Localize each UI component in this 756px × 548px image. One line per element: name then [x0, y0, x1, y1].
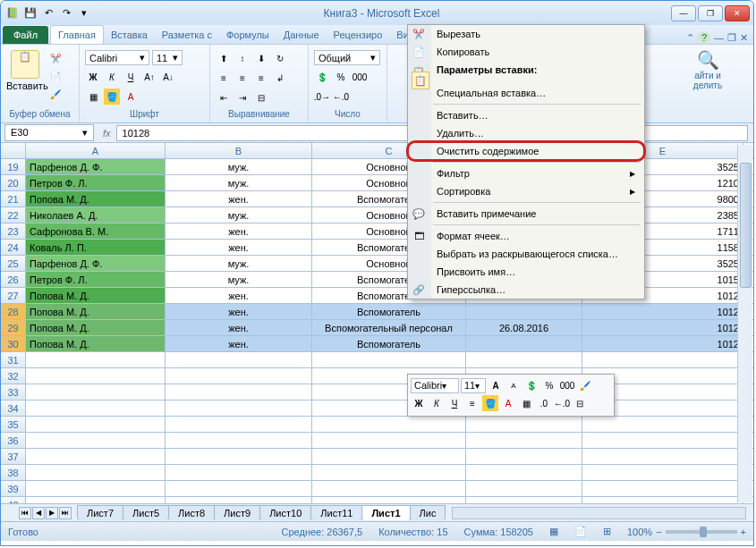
- tab-data[interactable]: Данные: [276, 26, 327, 44]
- cell[interactable]: [582, 497, 743, 503]
- cell[interactable]: муж.: [166, 256, 312, 271]
- copy-icon[interactable]: 📄: [47, 68, 64, 84]
- number-format-combo[interactable]: Общий▾: [314, 50, 380, 65]
- ctx-cut[interactable]: ✂️Вырезать: [408, 25, 644, 43]
- grow-font-button[interactable]: A↑: [141, 69, 157, 85]
- ctx-define-name[interactable]: Присвоить имя…: [408, 263, 644, 281]
- font-color-button[interactable]: A: [123, 89, 139, 105]
- cell[interactable]: [466, 352, 582, 367]
- cell[interactable]: [466, 497, 582, 503]
- file-tab[interactable]: Файл: [3, 26, 48, 44]
- underline-button[interactable]: Ч: [123, 69, 139, 85]
- mini-percent[interactable]: %: [541, 377, 557, 393]
- redo-icon[interactable]: ↷: [58, 5, 74, 21]
- row-header[interactable]: 22: [1, 207, 26, 223]
- ctx-sort[interactable]: Сортировка▶: [408, 182, 644, 200]
- cell[interactable]: [582, 433, 743, 448]
- cell[interactable]: Парфенов Д. Ф.: [26, 159, 166, 174]
- colhdr-A[interactable]: A: [26, 143, 166, 158]
- cell[interactable]: [166, 433, 312, 448]
- ctx-clear-contents[interactable]: Очистить содержимое: [408, 142, 644, 160]
- table-row[interactable]: 39: [1, 481, 753, 497]
- cell[interactable]: жен.: [166, 288, 312, 303]
- cell[interactable]: муж.: [166, 207, 312, 223]
- mini-fill-color[interactable]: 🪣: [482, 395, 498, 411]
- cell[interactable]: [466, 336, 582, 351]
- table-row[interactable]: 35: [1, 417, 753, 433]
- mini-shrink-font[interactable]: A: [505, 377, 522, 393]
- sheet-nav-prev-icon[interactable]: ◀: [32, 507, 45, 519]
- cell[interactable]: жен.: [166, 191, 312, 207]
- sheet-tab[interactable]: Лист5: [123, 505, 169, 520]
- mini-grow-font[interactable]: A: [488, 377, 504, 393]
- currency-button[interactable]: 💲: [314, 69, 330, 85]
- row-header[interactable]: 26: [1, 272, 26, 287]
- align-right-button[interactable]: ≡: [253, 70, 269, 86]
- mini-align-center[interactable]: ≡: [464, 395, 480, 411]
- cell[interactable]: [26, 368, 166, 384]
- cell[interactable]: [26, 352, 166, 367]
- dedent-button[interactable]: ⇤: [216, 89, 232, 105]
- cell[interactable]: 26.08.2016: [466, 320, 582, 335]
- view-layout-icon[interactable]: 📄: [574, 526, 587, 537]
- ctx-hyperlink[interactable]: 🔗Гиперссылка…: [408, 281, 644, 299]
- ctx-insert[interactable]: Вставить…: [408, 106, 644, 124]
- row-header[interactable]: 34: [1, 400, 26, 416]
- row-header[interactable]: 35: [1, 417, 26, 432]
- cell[interactable]: [166, 400, 312, 416]
- ctx-copy[interactable]: 📄Копировать: [408, 43, 644, 61]
- table-row[interactable]: 38: [1, 465, 753, 481]
- zoom-out-icon[interactable]: −: [656, 527, 661, 537]
- cell[interactable]: [166, 481, 312, 496]
- align-top-button[interactable]: ⬆: [216, 50, 232, 66]
- font-name-combo[interactable]: Calibri▾: [85, 50, 149, 65]
- cell[interactable]: Вспомогатель: [312, 336, 466, 351]
- help-icon[interactable]: ?: [698, 31, 710, 44]
- ctx-format-cells[interactable]: 🗔Формат ячеек…: [408, 227, 644, 245]
- row-header[interactable]: 28: [1, 304, 26, 319]
- mini-font-combo[interactable]: Calibri▾: [411, 378, 459, 393]
- row-header[interactable]: 32: [1, 368, 26, 384]
- dec-decimal-button[interactable]: ←.0: [333, 89, 349, 105]
- sheet-tab[interactable]: Лист10: [259, 505, 311, 520]
- cell[interactable]: [312, 497, 466, 503]
- row-header[interactable]: 39: [1, 481, 26, 496]
- table-row[interactable]: 33: [1, 384, 753, 400]
- horizontal-scrollbar[interactable]: [452, 507, 746, 519]
- row-header[interactable]: 19: [1, 159, 26, 174]
- ctx-pick-from-list[interactable]: Выбрать из раскрывающегося списка…: [408, 245, 644, 263]
- select-all-corner[interactable]: [1, 143, 26, 158]
- cell[interactable]: [312, 449, 466, 464]
- sheet-nav-first-icon[interactable]: ⏮: [19, 507, 31, 519]
- view-pagebreak-icon[interactable]: ⊞: [603, 526, 611, 537]
- undo-icon[interactable]: ↶: [40, 5, 56, 21]
- row-header[interactable]: 24: [1, 240, 26, 255]
- row-header[interactable]: 33: [1, 384, 26, 400]
- qat-dropdown-icon[interactable]: ▾: [76, 5, 92, 21]
- table-row[interactable]: 37: [1, 449, 753, 465]
- row-header[interactable]: 37: [1, 449, 26, 464]
- table-row[interactable]: 32: [1, 368, 753, 384]
- cell[interactable]: [26, 417, 166, 432]
- zoom-control[interactable]: 100% − +: [627, 527, 746, 537]
- row-header[interactable]: 29: [1, 320, 26, 335]
- cell[interactable]: жен.: [166, 320, 312, 335]
- sheet-nav-last-icon[interactable]: ⏭: [59, 507, 72, 519]
- cell[interactable]: [466, 481, 582, 496]
- mini-dec-dec[interactable]: ←.0: [554, 395, 570, 411]
- ctx-paste-default[interactable]: 📋: [408, 77, 644, 84]
- tab-formulas[interactable]: Формулы: [219, 26, 276, 44]
- cell[interactable]: [582, 481, 743, 496]
- align-mid-button[interactable]: ↕: [234, 50, 251, 66]
- sheet-tab[interactable]: Лис: [410, 505, 446, 520]
- editing-find-button[interactable]: 🔍 айти и делить: [682, 49, 734, 90]
- fill-color-button[interactable]: 🪣: [104, 89, 120, 105]
- mini-format-painter-icon[interactable]: 🖌️: [577, 377, 593, 393]
- cell[interactable]: Попова М. Д.: [26, 304, 166, 319]
- row-header[interactable]: 30: [1, 336, 26, 351]
- cell[interactable]: [26, 433, 166, 448]
- ctx-paste-special[interactable]: Специальная вставка…: [408, 84, 644, 102]
- cell[interactable]: Парфенов Д. Ф.: [26, 256, 166, 271]
- cell[interactable]: [26, 497, 166, 503]
- border-button[interactable]: ▦: [85, 89, 101, 105]
